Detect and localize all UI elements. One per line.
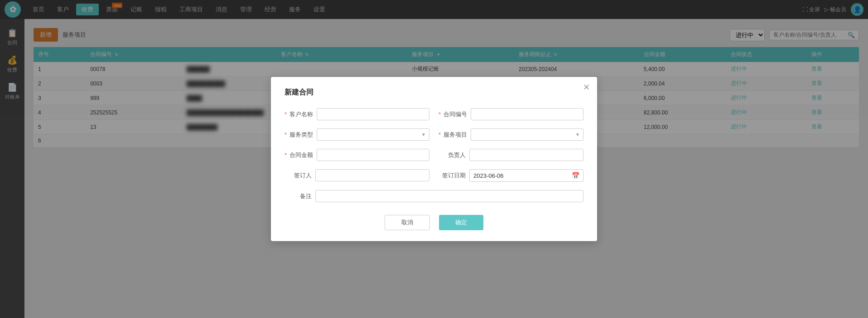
amount-input[interactable]: 0.00 xyxy=(317,149,429,161)
sign-date-value: 2023-06-06 xyxy=(473,172,504,179)
sign-date-field: 签订日期 2023-06-06 📅 xyxy=(439,169,583,182)
remark-field: 备注 xyxy=(285,190,583,202)
sign-date-label: 签订日期 xyxy=(439,171,466,180)
modal-footer: 取消 确定 xyxy=(285,215,583,230)
service-item-select[interactable] xyxy=(471,128,583,141)
service-type-label: * 服务类型 xyxy=(285,131,313,139)
new-contract-modal: 新建合同 ✕ * 客户名称 * 合同编号 xyxy=(271,77,597,241)
form-row-1: * 客户名称 * 合同编号 xyxy=(285,108,583,120)
remark-input[interactable] xyxy=(315,190,583,202)
contract-no-label: * 合同编号 xyxy=(439,110,467,119)
service-item-field: * 服务项目 ▼ xyxy=(439,128,583,141)
form-row-2: * 服务类型 ▼ * 服务项目 xyxy=(285,128,583,141)
modal-close-button[interactable]: ✕ xyxy=(583,83,590,91)
service-type-select-wrap: ▼ xyxy=(317,128,429,141)
service-item-select-wrap: ▼ xyxy=(471,128,583,141)
service-type-select[interactable] xyxy=(317,128,429,141)
contract-no-input[interactable] xyxy=(471,108,583,120)
amount-field: * 合同金额 0.00 xyxy=(285,149,429,161)
form-row-4: 签订人 签订日期 2023-06-06 📅 xyxy=(285,169,583,182)
sign-date-input[interactable]: 2023-06-06 📅 xyxy=(469,169,583,182)
signer-field: 签订人 xyxy=(285,169,429,181)
service-item-label: * 服务项目 xyxy=(439,131,467,139)
signer-input[interactable] xyxy=(315,169,429,181)
confirm-button[interactable]: 确定 xyxy=(439,215,483,230)
modal-title: 新建合同 xyxy=(285,88,583,97)
form-row-3: * 合同金额 0.00 负责人 xyxy=(285,149,583,161)
amount-label: * 合同金额 xyxy=(285,151,313,159)
calendar-icon[interactable]: 📅 xyxy=(572,172,579,179)
form-row-5: 备注 xyxy=(285,190,583,202)
customer-name-input[interactable] xyxy=(317,108,429,120)
cancel-button[interactable]: 取消 xyxy=(385,215,430,230)
modal-overlay[interactable]: 新建合同 ✕ * 客户名称 * 合同编号 xyxy=(0,0,868,318)
signer-label: 签订人 xyxy=(285,171,312,180)
responsible-input[interactable] xyxy=(469,149,583,161)
customer-name-field: * 客户名称 xyxy=(285,108,429,120)
customer-name-label: * 客户名称 xyxy=(285,110,313,119)
remark-label: 备注 xyxy=(285,192,312,200)
contract-no-field: * 合同编号 xyxy=(439,108,583,120)
responsible-field: 负责人 xyxy=(439,149,583,161)
service-type-field: * 服务类型 ▼ xyxy=(285,128,429,141)
responsible-label: 负责人 xyxy=(439,151,466,159)
